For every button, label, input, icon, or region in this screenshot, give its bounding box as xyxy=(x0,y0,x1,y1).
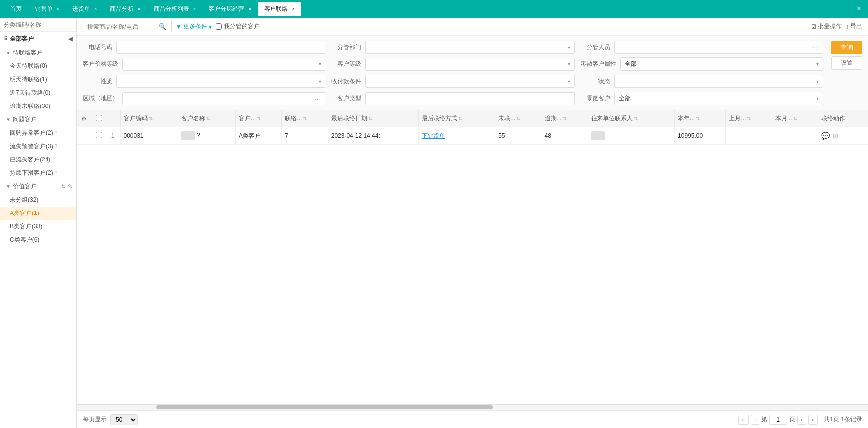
group-value-customers[interactable]: ▼ 价值客户 ↻ ✎ xyxy=(0,180,76,193)
nav-tab-sales[interactable]: 销售单 × xyxy=(29,2,65,16)
sort-name[interactable]: ⇅ xyxy=(206,116,210,121)
sidebar-collapse-btn[interactable]: ◀ xyxy=(68,36,72,42)
my-customers-checkbox-area[interactable]: 我分管的客户 xyxy=(216,22,260,31)
pager-last-btn[interactable]: » xyxy=(808,415,818,425)
sort-last-date[interactable]: ⇅ xyxy=(368,116,372,121)
sidebar-item-churned[interactable]: 已流失客户(24) ? xyxy=(0,153,76,166)
row-checkbox-cell[interactable] xyxy=(92,127,106,145)
tab-customer-tier-close[interactable]: × xyxy=(248,6,251,12)
group-pending-contact[interactable]: ▼ 待联络客户 xyxy=(0,46,76,59)
col-last-month[interactable]: 上月...⇅ xyxy=(726,110,772,127)
col-checkbox[interactable] xyxy=(92,110,106,127)
sort-last-method[interactable]: ⇅ xyxy=(458,116,462,121)
sidebar-item-class-a[interactable]: A类客户(1) xyxy=(0,207,76,220)
pager-first-btn[interactable]: « xyxy=(738,415,749,425)
col-category[interactable]: 客户...⇅ xyxy=(236,110,282,127)
sort-contact[interactable]: ⇅ xyxy=(303,116,307,121)
col-code[interactable]: 客户编码⇅ xyxy=(120,110,178,127)
tab-analysis-list-close[interactable]: × xyxy=(193,6,196,12)
sidebar-item-repurchase[interactable]: 回购异常客户(2) ? xyxy=(0,126,76,140)
filter-customer-type-input[interactable] xyxy=(365,92,574,105)
sort-last-month[interactable]: ⇅ xyxy=(747,116,751,121)
search-input[interactable] xyxy=(87,23,157,30)
col-last-date[interactable]: 最后联络日期⇅ xyxy=(328,110,418,127)
nav-tab-analysis-list[interactable]: 商品分析列表 × xyxy=(148,2,202,16)
filter-customer-level-select[interactable]: ▾ xyxy=(365,58,574,71)
filter-price-level-select[interactable]: ▾ xyxy=(122,58,326,71)
col-name[interactable]: 客户名称⇅ xyxy=(178,110,235,127)
nav-tab-analysis[interactable]: 商品分析 × xyxy=(104,2,147,16)
sort-code[interactable]: ⇅ xyxy=(149,116,153,121)
row-checkbox[interactable] xyxy=(96,132,102,138)
sort-overdue[interactable]: ⇅ xyxy=(563,116,567,121)
query-btn[interactable]: 查询 xyxy=(831,41,862,54)
sort-unit-contact[interactable]: ⇅ xyxy=(634,116,638,121)
grid-icon: ⠿ xyxy=(4,36,8,42)
sidebar-item-class-b[interactable]: B类客户(33) xyxy=(0,220,76,233)
help-icon-churn-warn: ? xyxy=(55,144,58,149)
search-icon[interactable]: 🔍 xyxy=(159,23,166,30)
total-records: 共1页 1条记录 xyxy=(824,415,862,424)
sidebar-item-overdue[interactable]: 逾期未联络(30) xyxy=(0,100,76,113)
sidebar-item-churn-warn[interactable]: 流失预警客户(3) ? xyxy=(0,140,76,153)
tab-analysis-close[interactable]: × xyxy=(138,6,141,12)
filter-nature-select[interactable]: ▾ xyxy=(116,75,326,88)
settings-btn[interactable]: 设置 xyxy=(831,56,862,70)
chat-icon[interactable]: 💬 xyxy=(821,132,830,140)
filter-payment-select[interactable]: ▾ xyxy=(365,75,574,88)
h-scroll-thumb[interactable] xyxy=(156,405,493,409)
filter-region-select[interactable]: ··· xyxy=(122,92,326,105)
nav-tab-purchase[interactable]: 进货单 × xyxy=(66,2,103,16)
sidebar-item-7days[interactable]: 近7天待联络(0) xyxy=(0,86,76,100)
nav-home[interactable]: 首页 xyxy=(4,2,28,16)
sidebar-item-declining[interactable]: 持续下滑客户(2) ? xyxy=(0,166,76,180)
sidebar-item-today[interactable]: 今天待联络(0) xyxy=(0,59,76,73)
col-overdue[interactable]: 逾期...⇅ xyxy=(542,110,588,127)
pager-next-btn[interactable]: › xyxy=(797,415,806,425)
edit-icon[interactable]: ✎ xyxy=(68,183,72,190)
select-all-checkbox[interactable] xyxy=(96,115,102,121)
sidebar-item-class-c[interactable]: C类客户(6) xyxy=(0,233,76,247)
batch-op-btn[interactable]: ☑ 批量操作 xyxy=(811,22,842,31)
nav-tab-customer-contact[interactable]: 客户联络 × xyxy=(258,2,301,16)
last-method-link[interactable]: 下销货单 xyxy=(422,132,445,139)
grid-icon[interactable]: ⊞ xyxy=(833,132,839,140)
export-btn[interactable]: ↑ 导出 xyxy=(846,22,862,31)
col-this-year[interactable]: 本年...⇅ xyxy=(675,110,726,127)
filter-status-select[interactable]: ▾ xyxy=(614,75,823,88)
filter-row-2: 客户价格等级 ▾ 客户等级 ▾ xyxy=(83,57,823,71)
filter-retail-attr-select[interactable]: 全部 ▾ xyxy=(620,57,823,71)
filter-phone-input[interactable] xyxy=(116,41,326,54)
pager-prev-btn[interactable]: ‹ xyxy=(751,415,760,425)
filter-retail-select[interactable]: 全部 ▾ xyxy=(614,92,823,105)
sidebar-item-tomorrow[interactable]: 明天待联络(1) xyxy=(0,73,76,86)
sort-this-month[interactable]: ⇅ xyxy=(793,116,797,121)
sidebar-item-unclassified[interactable]: 未分组(32) xyxy=(0,193,76,207)
sort-this-year[interactable]: ⇅ xyxy=(696,116,700,121)
nav-tab-customer-tier[interactable]: 客户分层经营 × xyxy=(203,2,257,16)
sort-uncontacted[interactable]: ⇅ xyxy=(516,116,520,121)
group-problem-customers[interactable]: ▼ 问题客户 xyxy=(0,113,76,126)
col-settings[interactable]: ⚙ xyxy=(77,110,92,127)
tab-purchase-close[interactable]: × xyxy=(94,6,97,12)
filter-dept-select[interactable]: ▾ xyxy=(365,41,574,54)
tab-customer-contact-close[interactable]: × xyxy=(292,6,295,12)
close-all-btn[interactable]: × xyxy=(854,4,864,13)
sidebar-search-input[interactable] xyxy=(4,21,77,28)
per-page-select[interactable]: 50 100 200 xyxy=(110,414,138,425)
filter-person-select[interactable]: ··· xyxy=(614,41,823,54)
more-filter-btn[interactable]: ▼ 更多条件 ▾ xyxy=(176,22,212,31)
h-scroll-track[interactable] xyxy=(77,405,868,409)
tab-sales-close[interactable]: × xyxy=(56,6,59,12)
col-unit-contact[interactable]: 往来单位联系人⇅ xyxy=(588,110,674,127)
refresh-icon[interactable]: ↻ xyxy=(61,183,66,190)
page-input[interactable] xyxy=(769,415,787,425)
my-customers-checkbox[interactable] xyxy=(216,23,222,30)
col-uncontacted[interactable]: 未联...⇅ xyxy=(495,110,542,127)
col-this-month[interactable]: 本月...⇅ xyxy=(772,110,818,127)
sort-category[interactable]: ⇅ xyxy=(257,116,261,121)
col-contact[interactable]: 联络...⇅ xyxy=(282,110,328,127)
row-last-method[interactable]: 下销货单 xyxy=(418,127,495,145)
filter-item-region: 区域（地区） ··· xyxy=(83,92,326,105)
col-last-method[interactable]: 最后联络方式⇅ xyxy=(418,110,495,127)
